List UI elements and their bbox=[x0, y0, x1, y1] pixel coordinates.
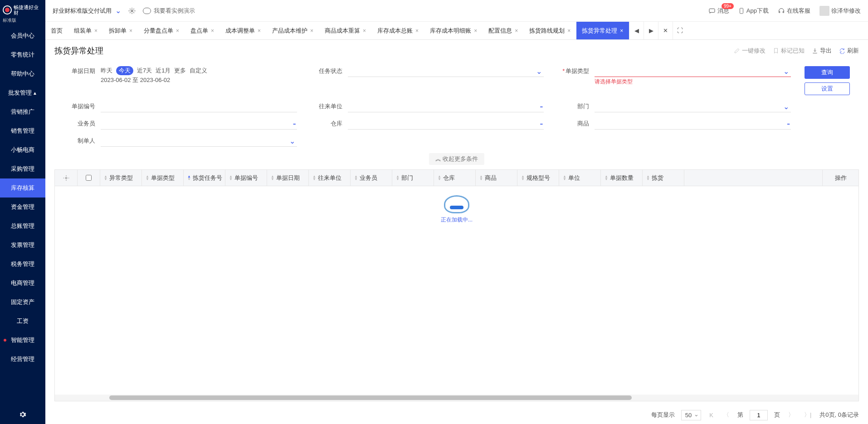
sidebar-item[interactable]: 小畅电商 bbox=[0, 140, 45, 159]
date-quick-option[interactable]: 昨天 bbox=[101, 67, 112, 75]
doc-no-input[interactable] bbox=[101, 101, 297, 112]
column-header[interactable]: ▲▼商品 bbox=[476, 170, 517, 186]
column-header[interactable]: ▲▼部门 bbox=[392, 170, 434, 186]
column-header[interactable]: ▲▼业务员 bbox=[351, 170, 392, 186]
tab[interactable]: 拣货路线规划× bbox=[524, 22, 576, 39]
tabs-scroll-right[interactable]: ▶ bbox=[644, 22, 658, 39]
task-status-select[interactable]: ⌄ bbox=[348, 66, 544, 77]
pager-last-button[interactable]: 〉| bbox=[802, 411, 813, 419]
page-input[interactable] bbox=[750, 410, 768, 420]
close-icon[interactable]: × bbox=[211, 28, 214, 34]
close-icon[interactable]: × bbox=[176, 28, 179, 34]
sidebar-item[interactable]: 采购管理 bbox=[0, 159, 45, 178]
date-quick-option[interactable]: 今天 bbox=[116, 66, 133, 75]
sidebar-item[interactable]: 固定资产 bbox=[0, 293, 45, 312]
close-icon[interactable]: × bbox=[567, 28, 571, 34]
sidebar-item[interactable]: 销售管理 bbox=[0, 121, 45, 140]
tab[interactable]: 首页 bbox=[45, 22, 68, 39]
messages-button[interactable]: 消息 99+ bbox=[708, 7, 729, 15]
close-icon[interactable]: × bbox=[94, 28, 98, 34]
support-button[interactable]: 在线客服 bbox=[778, 7, 810, 15]
product-selector[interactable]: 好业财标准版交付试用 ⌄ bbox=[53, 6, 121, 15]
tab[interactable]: 盘点单× bbox=[185, 22, 220, 39]
user-menu[interactable]: 徐泽华修改 bbox=[819, 6, 861, 16]
sidebar-item[interactable]: 发票管理 bbox=[0, 236, 45, 255]
select-all-checkbox[interactable] bbox=[78, 170, 100, 186]
column-header[interactable]: ▲▼拣货任务号 bbox=[184, 170, 225, 186]
tabs-close-all[interactable]: ✕ bbox=[658, 22, 673, 39]
tabs-scroll-left[interactable]: ◀ bbox=[629, 22, 644, 39]
warehouse-picker[interactable]: ··· bbox=[348, 119, 544, 130]
column-header[interactable]: ▲▼单据编号 bbox=[225, 170, 267, 186]
column-header[interactable]: ▲▼拣货 bbox=[643, 170, 684, 186]
demo-link[interactable]: 我要看实例演示 bbox=[143, 7, 195, 15]
query-button[interactable]: 查询 bbox=[805, 66, 850, 79]
sidebar-item[interactable]: 经营管理 bbox=[0, 350, 45, 369]
date-quick-option[interactable]: 更多 bbox=[174, 67, 186, 75]
sidebar-item[interactable]: 库存核算 bbox=[0, 178, 45, 198]
bulk-modify-button[interactable]: 一键修改 bbox=[734, 47, 766, 55]
sidebar-item[interactable]: 电商管理 bbox=[0, 274, 45, 293]
settings-button[interactable]: 设置 bbox=[805, 82, 850, 95]
creator-select[interactable]: ⌄ bbox=[101, 136, 297, 147]
pager-first-button[interactable]: K bbox=[707, 412, 715, 419]
close-icon[interactable]: × bbox=[415, 28, 419, 34]
column-config-button[interactable] bbox=[55, 170, 78, 186]
column-header[interactable]: ▲▼单据日期 bbox=[267, 170, 309, 186]
column-header[interactable]: ▲▼单据数量 bbox=[601, 170, 643, 186]
settings-button[interactable] bbox=[128, 7, 136, 14]
tab[interactable]: 库存成本总账× bbox=[372, 22, 424, 39]
sidebar-item[interactable]: 总账管理 bbox=[0, 217, 45, 236]
tab[interactable]: 分量盘点单× bbox=[138, 22, 185, 39]
date-quick-option[interactable]: 近1月 bbox=[156, 67, 171, 75]
column-header[interactable]: ▲▼往来单位 bbox=[309, 170, 351, 186]
close-icon[interactable]: × bbox=[620, 28, 623, 34]
doc-type-select[interactable]: ⌄ bbox=[595, 66, 791, 77]
partner-picker[interactable]: ··· bbox=[348, 101, 544, 112]
column-header[interactable]: ▲▼仓库 bbox=[434, 170, 476, 186]
dept-select[interactable]: ⌄ bbox=[595, 101, 791, 112]
sidebar-item[interactable]: 会员中心 bbox=[0, 26, 45, 45]
sidebar-item[interactable]: 税务管理 bbox=[0, 255, 45, 274]
refresh-button[interactable]: 刷新 bbox=[839, 47, 859, 55]
export-button[interactable]: 导出 bbox=[812, 47, 832, 55]
column-header[interactable]: ▲▼规格型号 bbox=[517, 170, 559, 186]
checkbox[interactable] bbox=[86, 175, 92, 181]
date-quick-option[interactable]: 近7天 bbox=[137, 67, 152, 75]
tab[interactable]: 组装单× bbox=[68, 22, 103, 39]
app-download-button[interactable]: App下载 bbox=[738, 7, 769, 15]
tab[interactable]: 成本调整单× bbox=[220, 22, 267, 39]
close-icon[interactable]: × bbox=[258, 28, 261, 34]
close-icon[interactable]: × bbox=[474, 28, 477, 34]
tab[interactable]: 拣货异常处理× bbox=[576, 22, 629, 39]
tab[interactable]: 产品成本维护× bbox=[267, 22, 319, 39]
tab[interactable]: 库存成本明细账× bbox=[424, 22, 483, 39]
tab[interactable]: 拆卸单× bbox=[103, 22, 138, 39]
sidebar-item[interactable]: 智能管理 bbox=[0, 331, 45, 350]
collapse-filters-button[interactable]: ︽ 收起更多条件 bbox=[429, 153, 485, 165]
pager-next-button[interactable]: 〉 bbox=[786, 411, 796, 419]
close-icon[interactable]: × bbox=[363, 28, 366, 34]
sales-picker[interactable]: ··· bbox=[101, 119, 297, 130]
close-icon[interactable]: × bbox=[310, 28, 313, 34]
pager-prev-button[interactable]: 〈 bbox=[722, 411, 731, 419]
sidebar-item[interactable]: 营销推广 bbox=[0, 102, 45, 121]
tab[interactable]: 商品成本重算× bbox=[319, 22, 372, 39]
mark-known-button[interactable]: 标记已知 bbox=[773, 47, 805, 55]
close-icon[interactable]: × bbox=[129, 28, 132, 34]
column-header[interactable]: ▲▼异常类型 bbox=[100, 170, 142, 186]
per-page-select[interactable]: 50 bbox=[681, 410, 701, 420]
sidebar-item[interactable]: 批发管理▲ bbox=[0, 83, 45, 102]
date-quick-option[interactable]: 自定义 bbox=[190, 67, 207, 75]
horizontal-scrollbar[interactable] bbox=[55, 395, 858, 401]
sidebar-item[interactable]: 帮助中心 bbox=[0, 64, 45, 83]
product-picker[interactable]: ··· bbox=[595, 119, 791, 130]
sidebar-item[interactable]: 零售统计 bbox=[0, 45, 45, 64]
close-icon[interactable]: × bbox=[515, 28, 518, 34]
sidebar-item[interactable]: 资金管理 bbox=[0, 198, 45, 217]
column-header[interactable]: ▲▼单位 bbox=[559, 170, 601, 186]
fullscreen-button[interactable]: ⛶ bbox=[673, 22, 687, 39]
sidebar-item[interactable]: 工资 bbox=[0, 312, 45, 331]
nav-settings[interactable] bbox=[0, 406, 45, 424]
column-header[interactable]: ▲▼单据类型 bbox=[142, 170, 184, 186]
